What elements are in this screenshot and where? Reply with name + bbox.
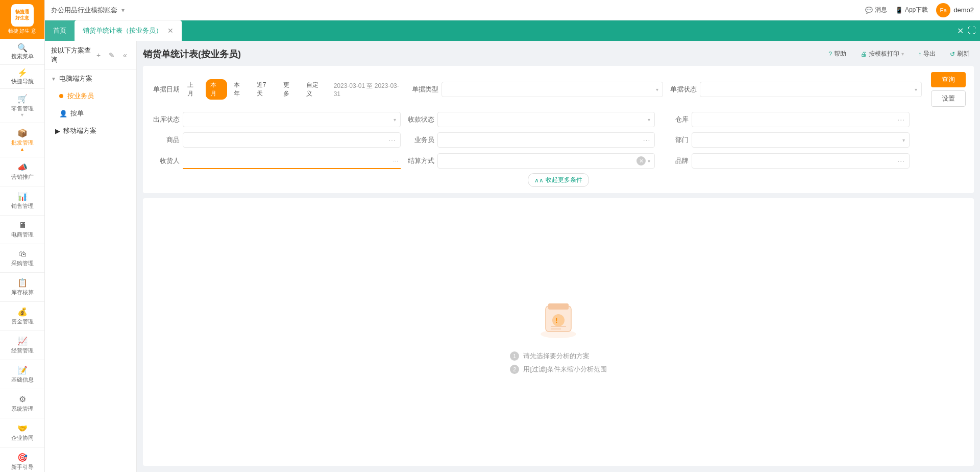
right-main: 销货单统计表(按业务员) ? 帮助 🖨 按模板打印 ▾ ↑ 导出	[137, 41, 980, 472]
date-this-year[interactable]: 本年	[229, 79, 250, 100]
sidebar-item-system[interactable]: ⚙ 系统管理	[0, 389, 44, 418]
receiver-input[interactable]	[183, 153, 393, 168]
sidebar-item-newbie[interactable]: 🎯 新手引导	[0, 447, 44, 472]
tab-close-icon[interactable]: ✕	[167, 27, 174, 35]
product-select[interactable]: ···	[183, 132, 401, 148]
receiver-label: 收货人	[151, 156, 180, 166]
sales-icon: 📊	[17, 192, 28, 201]
msg-icon: 💬	[865, 7, 873, 14]
left-panel-title: 按以下方案查询	[51, 46, 93, 64]
topbar-dropdown-icon[interactable]: ▾	[121, 7, 125, 14]
doc-status-arrow-icon: ▾	[915, 87, 917, 92]
settlement-label: 结算方式	[406, 156, 434, 166]
sidebar-item-ecommerce[interactable]: 🖥 电商管理	[0, 216, 44, 244]
topbar-msg-btn[interactable]: 💬 消息	[865, 6, 887, 14]
sidebar-item-basic-info[interactable]: 📝 基础信息	[0, 360, 44, 389]
tabbar-maximize-btn[interactable]: ⛶	[968, 26, 976, 35]
refresh-btn[interactable]: ↺ 刷新	[945, 47, 974, 61]
date-more[interactable]: 更多	[279, 79, 300, 100]
date-this-month[interactable]: 本月	[206, 79, 227, 100]
print-icon: 🖨	[861, 51, 867, 58]
doc-status-select[interactable]: ▾	[700, 82, 922, 97]
system-label: 系统管理	[11, 405, 34, 413]
date-7days[interactable]: 近7天	[252, 79, 277, 100]
sidebar-item-retail[interactable]: 🛒 零售管理 ▼	[0, 89, 44, 123]
sidebar-item-inventory[interactable]: 📋 库存核算	[0, 273, 44, 302]
edit-scheme-icon[interactable]: ✎	[107, 50, 117, 60]
collab-label: 企业协同	[11, 434, 34, 442]
sidebar-item-purchase[interactable]: 🛍 采购管理	[0, 244, 44, 273]
department-label: 部门	[660, 135, 689, 145]
refresh-icon: ↺	[950, 51, 955, 58]
warehouse-select[interactable]: ···	[692, 112, 910, 127]
sidebar-item-finance[interactable]: 💰 资金管理	[0, 302, 44, 331]
collapse-button[interactable]: ∧∧ 收起更多条件	[528, 173, 589, 187]
receiver-more-icon: ···	[393, 157, 399, 164]
date-custom[interactable]: 自定义	[302, 79, 329, 100]
tabbar-close-btn[interactable]: ✕	[957, 26, 964, 36]
finance-label: 资金管理	[11, 318, 34, 325]
desktop-section-header[interactable]: ▼ 电脑端方案	[45, 70, 136, 87]
date-group: 上月 本月 本年 近7天 更多 自定义	[183, 79, 329, 100]
sidebar-item-operations[interactable]: 📈 经营管理	[0, 331, 44, 360]
brand-select[interactable]: ···	[692, 153, 910, 169]
settlement-clear-icon[interactable]: ✕	[636, 156, 646, 166]
person-icon: 👤	[59, 110, 67, 117]
empty-illustration: !	[533, 291, 584, 343]
sidebar: 畅捷通好生意 畅捷 好生 意 🔍 搜索菜单 ⚡ 快捷导航 🛒 零售管理 ▼ 📦 …	[0, 0, 45, 472]
scheme-by-order[interactable]: 👤 按单	[45, 105, 136, 122]
wholesale-label: 批发管理	[11, 139, 34, 147]
main-area: 办公用品行业模拟账套 ▾ 💬 消息 📱 App下载 Ea demo2 首页	[45, 0, 980, 472]
tabbar-controls: ✕ ⛶	[957, 26, 980, 36]
inventory-label: 库存核算	[11, 289, 34, 296]
step-1-num: 1	[510, 351, 519, 361]
date-last-month[interactable]: 上月	[183, 79, 204, 100]
salesperson-select[interactable]: ···	[437, 132, 655, 148]
sidebar-item-quicknav[interactable]: ⚡ 快捷导航	[0, 65, 44, 89]
tab-home-label: 首页	[53, 26, 66, 35]
desktop-section: ▼ 电脑端方案 按业务员 👤 按单	[45, 70, 136, 122]
topbar-title: 办公用品行业模拟账套	[51, 6, 117, 15]
out-status-select[interactable]: ▾	[183, 112, 401, 127]
query-button[interactable]: 查询	[931, 72, 966, 87]
export-icon: ↑	[918, 51, 921, 58]
empty-step-2: 2 用[过滤]条件来缩小分析范围	[510, 365, 606, 374]
settings-button[interactable]: 设置	[931, 90, 966, 107]
left-panel: 按以下方案查询 + ✎ « ▼ 电脑端方案 按业务员 👤 按单	[45, 41, 137, 472]
sidebar-item-wholesale[interactable]: 📦 批发管理 ▲	[0, 123, 44, 157]
sidebar-item-collab[interactable]: 🤝 企业协同	[0, 418, 44, 447]
retail-label: 零售管理	[11, 105, 34, 112]
print-btn[interactable]: 🖨 按模板打印 ▾	[856, 47, 909, 61]
left-panel-icons: + ✎ «	[93, 50, 130, 60]
mobile-section-header[interactable]: ▶ 移动端方案	[45, 122, 136, 139]
page-title: 销货单统计表(按业务员)	[143, 48, 241, 60]
settlement-select[interactable]: ✕ ▾	[437, 153, 655, 169]
filter-panel: 单据日期 上月 本月 本年 近7天 更多 自定义 2023-03-01 至 20…	[143, 66, 974, 193]
tab-sales-stats[interactable]: 销货单统计表（按业务员） ✕	[75, 20, 182, 41]
scheme-by-salesperson[interactable]: 按业务员	[45, 87, 136, 105]
sidebar-item-marketing[interactable]: 📣 营销推广	[0, 157, 44, 186]
sidebar-item-search[interactable]: 🔍 搜索菜单	[0, 39, 44, 65]
sidebar-logo[interactable]: 畅捷通好生意 畅捷 好生 意	[0, 0, 44, 39]
department-select[interactable]: ▾	[692, 132, 910, 148]
topbar-user-btn[interactable]: Ea demo2	[936, 3, 974, 17]
topbar-app-btn[interactable]: 📱 App下载	[895, 6, 928, 14]
help-btn[interactable]: ? 帮助	[824, 47, 851, 61]
sidebar-item-sales[interactable]: 📊 销售管理	[0, 186, 44, 216]
collapse-panel-icon[interactable]: «	[120, 50, 130, 60]
collab-icon: 🤝	[17, 423, 28, 433]
tab-sales-stats-label: 销货单统计表（按业务员）	[83, 26, 162, 35]
doc-type-select[interactable]: ▾	[442, 82, 664, 97]
query-buttons: 查询 设置	[931, 72, 966, 107]
receipt-status-select[interactable]: ▾	[437, 112, 655, 127]
export-btn[interactable]: ↑ 导出	[914, 47, 940, 61]
purchase-icon: 🛍	[18, 249, 27, 258]
step-2-text: 用[过滤]条件来缩小分析范围	[523, 365, 606, 374]
product-more-icon: ···	[388, 136, 396, 144]
print-label: 按模板打印	[869, 50, 899, 58]
tabbar: 首页 销货单统计表（按业务员） ✕ ✕ ⛶	[45, 20, 980, 41]
tab-home[interactable]: 首页	[45, 20, 75, 41]
add-scheme-icon[interactable]: +	[93, 50, 104, 60]
out-status-arrow-icon: ▾	[394, 117, 396, 123]
purchase-label: 采购管理	[11, 259, 34, 267]
